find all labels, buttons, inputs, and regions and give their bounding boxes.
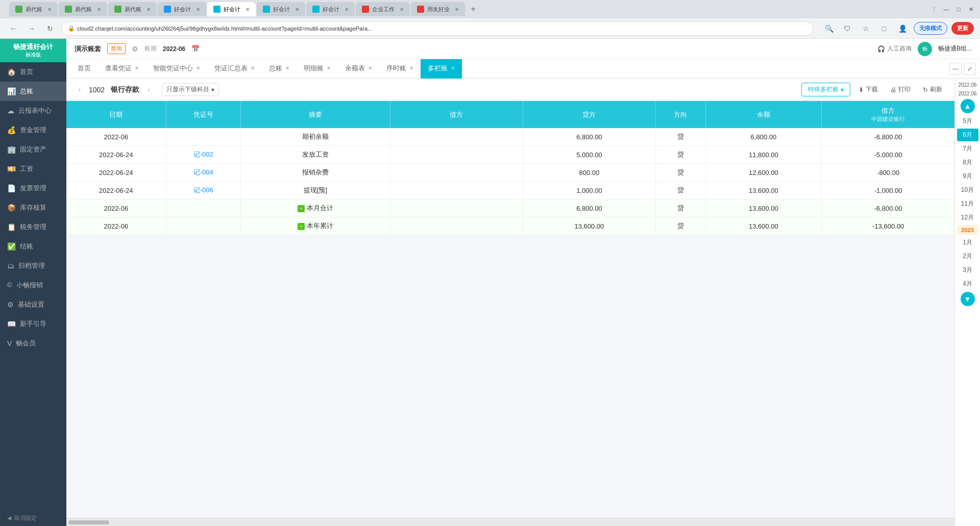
incognito-mode-button[interactable]: 无痕模式 <box>914 22 947 35</box>
page-tab-balance-close[interactable]: ✕ <box>368 65 372 71</box>
page-tab-journal[interactable]: 序时账 ✕ <box>379 59 421 79</box>
tab-close-4[interactable]: ✕ <box>196 7 200 12</box>
browser-tab-2[interactable]: 易代账 ✕ <box>59 2 107 16</box>
sidebar-item-guide[interactable]: 📖 新手引导 <box>0 314 66 334</box>
month-item-12[interactable]: 12月 <box>957 211 978 224</box>
url-bar[interactable]: 🔒 cloud2.chanjet.com/accounting/uh26t264… <box>61 21 814 36</box>
voucher-link-4[interactable]: 记-006 <box>193 186 213 194</box>
tab-expand-button[interactable]: ⤢ <box>964 63 976 75</box>
browser-tab-8[interactable]: 企业工作 ✕ <box>356 2 410 16</box>
subject-filter-dropdown[interactable]: 只显示下级科目 ▾ <box>162 83 219 96</box>
page-tab-gl-close[interactable]: ✕ <box>285 65 289 71</box>
settings-gear-icon[interactable]: ⚙ <box>132 45 138 53</box>
sidebar-item-close-account[interactable]: ✅ 结账 <box>0 237 66 256</box>
back-button[interactable]: ← <box>6 21 20 36</box>
tab-close-6[interactable]: ✕ <box>295 7 299 12</box>
month-item-2023-2[interactable]: 2月 <box>957 250 978 263</box>
page-tab-voucher[interactable]: 查看凭证 ✕ <box>98 59 146 79</box>
browser-tab-1[interactable]: 易代账 ✕ <box>9 2 58 16</box>
sidebar-item-fund[interactable]: 💰 资金管理 <box>0 120 66 140</box>
tab-collapse-button[interactable]: — <box>949 63 962 75</box>
sidebar-item-fixed-assets[interactable]: 🏢 固定资产 <box>0 140 66 159</box>
tab-close-8[interactable]: ✕ <box>400 7 404 12</box>
account-prev-button[interactable]: ‹ <box>75 85 85 95</box>
scrollbar-thumb[interactable] <box>68 520 109 524</box>
sidebar-item-expense[interactable]: © 小畅报销 <box>0 275 66 295</box>
page-tab-detail-ledger[interactable]: 明细账 ✕ <box>297 59 338 79</box>
user-profile-button[interactable]: 👤 <box>895 21 910 36</box>
sidebar-item-cloud-report[interactable]: ☁ 云报表中心 <box>0 101 66 120</box>
sidebar-item-home[interactable]: 🏠 首页 <box>0 62 66 82</box>
consult-button[interactable]: 🎧 人工咨询 <box>877 44 912 53</box>
page-tab-home[interactable]: 首页 <box>70 59 98 79</box>
page-tab-multi-column[interactable]: 多栏账 ✕ <box>421 59 462 79</box>
month-item-9[interactable]: 9月 <box>957 170 978 183</box>
print-button[interactable]: 🖨 打印 <box>886 83 915 96</box>
scroll-up-button[interactable]: ▲ <box>961 99 975 113</box>
demo-badge[interactable]: 禁用 <box>107 43 126 54</box>
forward-button[interactable]: → <box>24 21 39 36</box>
tab-close-2[interactable]: ✕ <box>97 7 101 12</box>
refresh-button[interactable]: ↻ 刷新 <box>919 83 946 96</box>
minimize-button[interactable]: — <box>941 4 951 14</box>
sidebar-item-settings[interactable]: ⚙ 基础设置 <box>0 295 66 314</box>
tab-close-9[interactable]: ✕ <box>455 7 459 12</box>
tab-close-7[interactable]: ✕ <box>345 7 349 12</box>
new-tab-button[interactable]: + <box>466 2 480 16</box>
sidebar-item-tax[interactable]: 📋 税务管理 <box>0 217 66 237</box>
month-item-6[interactable]: 6月 <box>957 129 978 141</box>
page-tab-summary[interactable]: 凭证汇总表 ✕ <box>207 59 262 79</box>
page-tab-summary-close[interactable]: ✕ <box>251 65 255 71</box>
sidebar-item-member[interactable]: V 畅会员 <box>0 334 66 353</box>
voucher-link-2[interactable]: 记-002 <box>193 151 213 158</box>
extension-button[interactable]: □ <box>877 21 891 36</box>
page-tab-balance[interactable]: 余额表 ✕ <box>338 59 379 79</box>
browser-tab-4[interactable]: 好会计 ✕ <box>158 2 206 16</box>
account-name: 银行存款 <box>111 85 139 94</box>
calendar-icon[interactable]: 📅 <box>191 45 200 53</box>
page-tab-voucher-close[interactable]: ✕ <box>135 65 139 71</box>
browser-tab-3[interactable]: 易代账 ✕ <box>108 2 157 16</box>
browser-tab-7[interactable]: 好会计 ✕ <box>306 2 355 16</box>
month-item-10[interactable]: 10月 <box>957 184 978 196</box>
sidebar-item-archive[interactable]: 🗂 归档管理 <box>0 256 66 275</box>
month-item-11[interactable]: 11月 <box>957 197 978 210</box>
month-item-8[interactable]: 8月 <box>957 156 978 169</box>
browser-tab-5[interactable]: 好会计 ✕ <box>207 2 256 16</box>
page-tab-dl-close[interactable]: ✕ <box>327 65 331 71</box>
sidebar-unpin-button[interactable]: ◀ 取消固定 <box>0 510 66 526</box>
page-tab-smart-voucher[interactable]: 智能凭证中心 ✕ <box>146 59 207 79</box>
download-button[interactable]: ⬇ 下载 <box>854 83 882 96</box>
month-item-2023-1[interactable]: 1月 <box>957 236 978 249</box>
month-item-7[interactable]: 7月 <box>957 142 978 155</box>
tab-close-1[interactable]: ✕ <box>47 7 52 12</box>
close-window-button[interactable]: ✕ <box>966 4 976 14</box>
horizontal-scrollbar[interactable] <box>66 518 954 526</box>
account-next-button[interactable]: › <box>143 85 154 95</box>
special-multi-column-button[interactable]: 特殊多栏账 ▾ <box>801 83 850 96</box>
sidebar-item-salary[interactable]: 💴 工资 <box>0 159 66 179</box>
browser-tab-9[interactable]: 用友好业 ✕ <box>411 2 465 16</box>
sidebar-item-inventory[interactable]: 📦 库存核算 <box>0 198 66 217</box>
page-tab-smart-close[interactable]: ✕ <box>196 65 200 71</box>
reload-button[interactable]: ↻ <box>43 21 57 36</box>
month-item-2023-3[interactable]: 3月 <box>957 264 978 277</box>
tab-close-3[interactable]: ✕ <box>146 7 151 12</box>
scroll-down-button[interactable]: ▼ <box>961 292 975 306</box>
month-item-2023-4[interactable]: 4月 <box>957 278 978 290</box>
tab-list-button[interactable]: ⋮ <box>929 4 939 14</box>
page-tab-journal-close[interactable]: ✕ <box>409 65 413 71</box>
sidebar-item-ledger[interactable]: 📊 总账 <box>0 82 66 101</box>
update-button[interactable]: 更新 <box>951 22 974 35</box>
browser-tab-6[interactable]: 好会计 ✕ <box>257 2 305 16</box>
month-item-5[interactable]: 5月 <box>957 115 978 128</box>
tab-close-5[interactable]: ✕ <box>246 7 250 12</box>
page-tab-multi-close[interactable]: ✕ <box>451 65 455 71</box>
maximize-button[interactable]: □ <box>953 4 964 14</box>
star-button[interactable]: ☆ <box>859 21 873 36</box>
shield-button[interactable]: 🛡 <box>840 21 854 36</box>
voucher-link-3[interactable]: 记-004 <box>193 168 213 176</box>
search-button[interactable]: 🔍 <box>822 21 836 36</box>
page-tab-general-ledger[interactable]: 总账 ✕ <box>262 59 297 79</box>
sidebar-item-invoice[interactable]: 📄 发票管理 <box>0 179 66 198</box>
